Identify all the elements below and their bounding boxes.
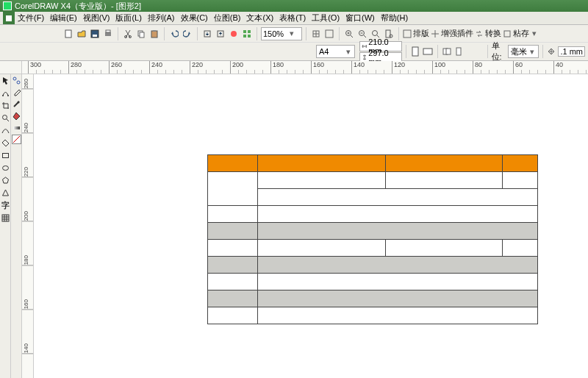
- svg-rect-31: [446, 49, 451, 54]
- freehand-tool-icon[interactable]: [1, 126, 10, 135]
- ruler-tick: 220: [22, 167, 33, 177]
- landscape-icon[interactable]: [422, 46, 434, 57]
- enhance-label[interactable]: 增强插件: [431, 28, 473, 39]
- nudge-value-input[interactable]: .1 mm: [558, 46, 585, 57]
- menu-help[interactable]: 帮助(H): [378, 12, 411, 24]
- export-icon[interactable]: [215, 28, 226, 40]
- ruler-tick: 200: [22, 211, 33, 221]
- ellipse-tool-icon[interactable]: [1, 163, 10, 173]
- svg-rect-18: [248, 35, 251, 38]
- svg-point-39: [13, 77, 16, 80]
- svg-rect-26: [404, 30, 411, 38]
- chevron-down-icon[interactable]: ▾: [345, 47, 352, 57]
- redo-icon[interactable]: [182, 28, 193, 40]
- zoom-tool-icon[interactable]: [1, 113, 10, 123]
- fill-tool-icon[interactable]: [12, 111, 21, 121]
- menu-layout[interactable]: 版面(L): [112, 12, 144, 24]
- menu-edit[interactable]: 编辑(E): [47, 12, 80, 24]
- menu-bitmap[interactable]: 位图(B): [211, 12, 244, 24]
- ruler-tick: 120: [392, 61, 405, 74]
- page-icon[interactable]: [453, 46, 464, 57]
- svg-point-33: [2, 95, 4, 96]
- rectangle-tool-icon[interactable]: [1, 151, 10, 160]
- svg-rect-36: [2, 154, 8, 158]
- ruler-tick: 300: [28, 61, 41, 74]
- property-bar: A4 ▾ 210.0 mm 297.0 mm 单位: 毫米 ▾ .1 mm: [0, 43, 588, 60]
- polygon-tool-icon[interactable]: [1, 176, 10, 185]
- save-icon[interactable]: [89, 28, 101, 40]
- drawing-canvas[interactable]: [34, 74, 588, 378]
- zoom-out-icon[interactable]: [356, 28, 368, 40]
- import-icon[interactable]: [201, 28, 213, 40]
- launch-icon[interactable]: [228, 28, 240, 40]
- table-tool-icon[interactable]: [1, 213, 10, 223]
- pages-icon[interactable]: [442, 46, 452, 57]
- interactive-blend-tool-icon[interactable]: [12, 76, 21, 85]
- pick-tool-icon[interactable]: [1, 76, 10, 85]
- menu-file[interactable]: 文件(F): [15, 12, 47, 24]
- svg-rect-11: [153, 30, 156, 32]
- drawn-table-shape[interactable]: [207, 154, 538, 324]
- basic-shapes-tool-icon[interactable]: [1, 188, 10, 198]
- svg-rect-4: [105, 32, 111, 36]
- cut-icon[interactable]: [122, 28, 134, 40]
- convert-label[interactable]: 转换: [475, 28, 501, 39]
- svg-rect-5: [106, 30, 110, 32]
- print-icon[interactable]: [102, 28, 114, 40]
- zoom-in-icon[interactable]: [343, 28, 355, 40]
- ruler-tick: 240: [149, 61, 162, 74]
- paste-ext-label[interactable]: 粘存 ▾: [503, 28, 538, 39]
- app-icon: [3, 1, 12, 10]
- undo-icon[interactable]: [168, 28, 180, 40]
- svg-rect-20: [326, 30, 333, 38]
- menu-bar: 文件(F) 编辑(E) 视图(V) 版面(L) 排列(A) 效果(C) 位图(B…: [0, 12, 588, 25]
- main-area: 字 260240220200180160140: [0, 74, 588, 378]
- ruler-vertical[interactable]: 260240220200180160140: [22, 74, 34, 378]
- menu-arrange[interactable]: 排列(A): [145, 12, 178, 24]
- menu-text[interactable]: 文本(X): [243, 12, 276, 24]
- zoom-level-input[interactable]: 150% ▾: [261, 27, 302, 40]
- smart-fill-tool-icon[interactable]: [1, 138, 10, 148]
- svg-point-41: [17, 101, 19, 104]
- zoom-value: 150%: [263, 29, 284, 38]
- app-menu-icon[interactable]: [3, 12, 15, 24]
- svg-rect-28: [412, 47, 418, 56]
- no-fill-icon[interactable]: [12, 135, 21, 144]
- paste-icon[interactable]: [148, 28, 160, 40]
- snap-icon[interactable]: [310, 28, 322, 40]
- copy-icon[interactable]: [135, 28, 147, 40]
- crop-tool-icon[interactable]: [1, 101, 10, 110]
- ruler-tick: 220: [190, 61, 203, 74]
- eyedropper-tool-icon[interactable]: [12, 88, 21, 97]
- app-launcher-icon[interactable]: [241, 28, 253, 40]
- menu-effects[interactable]: 效果(C): [178, 12, 211, 24]
- portrait-icon[interactable]: [410, 46, 420, 57]
- ruler-tick: 280: [68, 61, 82, 74]
- svg-point-14: [231, 31, 237, 37]
- open-icon[interactable]: [76, 28, 87, 40]
- chevron-down-icon[interactable]: ▾: [528, 47, 536, 57]
- chevron-down-icon[interactable]: ▾: [284, 29, 300, 38]
- svg-rect-10: [151, 31, 157, 38]
- svg-point-40: [17, 81, 20, 84]
- interactive-fill-tool-icon[interactable]: [12, 123, 21, 132]
- ruler-horizontal[interactable]: 300280260240220200180160140120100806040: [22, 61, 588, 74]
- menu-window[interactable]: 窗口(W): [343, 12, 378, 24]
- new-icon[interactable]: [62, 28, 74, 40]
- shape-tool-icon[interactable]: [1, 88, 10, 98]
- paper-size-select[interactable]: A4 ▾: [316, 45, 355, 58]
- units-select[interactable]: 毫米 ▾: [508, 45, 538, 58]
- text-tool-icon[interactable]: 字: [1, 201, 10, 210]
- svg-rect-29: [423, 49, 432, 54]
- layout-label[interactable]: 排版: [403, 28, 429, 39]
- menu-tools[interactable]: 工具(O): [309, 12, 343, 24]
- ruler-origin[interactable]: [0, 61, 22, 74]
- ruler-tick: 140: [22, 343, 33, 354]
- ruler-tick: 180: [270, 61, 284, 74]
- grid-icon[interactable]: [323, 28, 335, 40]
- svg-point-35: [2, 115, 7, 120]
- svg-rect-42: [13, 126, 20, 129]
- menu-view[interactable]: 视图(V): [80, 12, 113, 24]
- outline-tool-icon[interactable]: [12, 99, 21, 109]
- menu-table[interactable]: 表格(T): [276, 12, 309, 24]
